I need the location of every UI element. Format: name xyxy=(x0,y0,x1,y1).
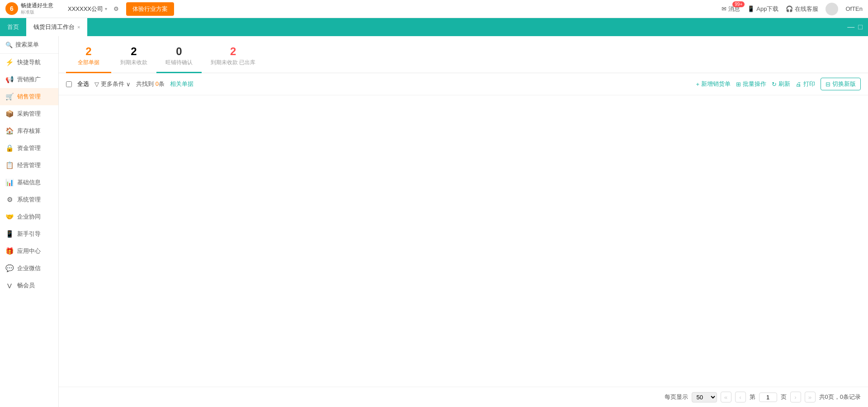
main-content: 2 全部单据 2 到期未收款 0 旺铺待确认 2 到期未收款 已出库 全选 xyxy=(59,36,868,407)
phone-icon: 📱 xyxy=(747,5,755,12)
sidebar-item-label: 应用中心 xyxy=(17,247,41,255)
tab-close-icon[interactable]: × xyxy=(77,24,80,30)
sidebar-item-operations[interactable]: 📋 经营管理 xyxy=(0,157,58,174)
gear-icon: ⚙ xyxy=(5,196,14,204)
stats-label-overdue: 到期未收款 xyxy=(120,59,147,66)
sidebar-item-app-center[interactable]: 🎁 应用中心 xyxy=(0,243,58,260)
company-name: XXXXXX公司 xyxy=(68,5,103,13)
print-button[interactable]: 🖨 打印 xyxy=(796,80,815,88)
last-page-button[interactable]: » xyxy=(805,392,816,402)
select-all-checkbox[interactable] xyxy=(66,81,72,87)
sidebar-item-finance[interactable]: 🔒 资金管理 xyxy=(0,140,58,157)
batch-icon: ⊞ xyxy=(736,81,741,88)
refresh-button[interactable]: ↻ 刷新 xyxy=(772,80,790,88)
sidebar-item-label: 经营管理 xyxy=(17,161,41,169)
add-sales-order-button[interactable]: + 新增销货单 xyxy=(696,80,731,88)
sidebar-item-label: 库存核算 xyxy=(17,127,41,135)
filter-label: 更多条件 xyxy=(101,80,124,88)
handshake-icon: 🤝 xyxy=(5,213,14,221)
stats-label-all: 全部单据 xyxy=(78,59,99,66)
logo-icon: 6 xyxy=(5,2,18,15)
sidebar-item-label: 营销推广 xyxy=(17,75,41,84)
pagination: 每页显示 50 100 « ‹ 第 页 › » 共0页，0条记录 xyxy=(59,387,868,407)
sidebar-item-enterprise-wechat[interactable]: 💬 企业微信 xyxy=(0,260,58,277)
nav-right-buttons: — □ xyxy=(847,23,868,31)
stats-count-all: 2 xyxy=(85,45,91,58)
sidebar-item-label: 系统管理 xyxy=(17,196,41,204)
logo-sub: 标准版 xyxy=(21,9,53,15)
table-area xyxy=(59,95,868,387)
sidebar-item-coop[interactable]: 🤝 企业协同 xyxy=(0,208,58,225)
page-number-input[interactable] xyxy=(759,393,777,402)
headset-icon: 🎧 xyxy=(786,5,793,12)
stats-count-wangpu: 0 xyxy=(176,45,182,58)
sidebar-search[interactable]: 🔍 搜索菜单 xyxy=(0,36,58,54)
toolbar-right: + 新增销货单 ⊞ 批量操作 ↻ 刷新 🖨 打印 ⊟ 切换新版 xyxy=(696,78,861,90)
trial-button[interactable]: 体验行业方案 xyxy=(126,2,174,16)
related-records-button[interactable]: 相关单据 xyxy=(170,80,193,88)
mobile-icon: 📱 xyxy=(5,230,14,238)
lock-icon: 🔒 xyxy=(5,144,14,152)
stats-count-overdue: 2 xyxy=(131,45,137,58)
sidebar-item-label: 企业协同 xyxy=(17,213,41,221)
stats-label-overdue-shipped: 到期未收款 已出库 xyxy=(211,59,255,66)
first-page-button[interactable]: « xyxy=(721,392,731,402)
toolbar-left: 全选 ▽ 更多条件 ∨ 共找到 0条 相关单据 xyxy=(66,80,690,88)
filter-count-text: 共找到 0条 xyxy=(136,80,165,88)
avatar[interactable] xyxy=(826,3,838,15)
page-size-label: 每页显示 xyxy=(665,393,688,401)
batch-operation-button[interactable]: ⊞ 批量操作 xyxy=(736,80,766,88)
company-selector[interactable]: XXXXXX公司 ▾ xyxy=(68,5,107,13)
lightning-icon: ⚡ xyxy=(5,58,14,66)
tab-cashflow[interactable]: 钱货日清工作台 × xyxy=(26,18,87,36)
window-minimize-icon[interactable]: — xyxy=(847,23,854,31)
message-button[interactable]: ✉ 消息 99+ xyxy=(722,5,740,13)
sidebar-item-label: 快捷导航 xyxy=(17,58,41,66)
gear-icon: ⚙ xyxy=(113,5,119,12)
sidebar-item-label: 基础信息 xyxy=(17,178,41,187)
stats-tabs: 2 全部单据 2 到期未收款 0 旺铺待确认 2 到期未收款 已出库 xyxy=(59,36,868,73)
sidebar-item-basic-info[interactable]: 📊 基础信息 xyxy=(0,174,58,191)
sidebar-item-label: 企业微信 xyxy=(17,264,41,272)
box-icon: 📦 xyxy=(5,110,14,118)
page-size-select[interactable]: 50 100 xyxy=(692,392,717,402)
tab-home[interactable]: 首页 xyxy=(0,18,26,36)
sidebar-item-sales[interactable]: 🛒 销售管理 xyxy=(0,88,58,105)
filter-count: 0 xyxy=(156,80,159,87)
sidebar-item-guide[interactable]: 📱 新手引导 xyxy=(0,225,58,243)
logo-area: 6 畅捷通好生意 标准版 xyxy=(5,2,64,15)
select-all-label: 全选 xyxy=(77,80,89,88)
sidebar-item-member[interactable]: V 畅会员 xyxy=(0,277,58,294)
total-records: 共0页，0条记录 xyxy=(819,393,861,401)
filter-button[interactable]: ▽ 更多条件 ∨ xyxy=(94,80,131,88)
plus-icon: + xyxy=(696,81,699,88)
nav-tabs: 首页 钱货日清工作台 × — □ xyxy=(0,18,868,36)
switch-version-button[interactable]: ⊟ 切换新版 xyxy=(821,78,861,90)
stats-tab-all[interactable]: 2 全部单据 xyxy=(66,42,111,73)
message-badge: 99+ xyxy=(732,1,745,7)
vip-icon: V xyxy=(5,281,14,290)
sidebar-item-inventory[interactable]: 🏠 库存核算 xyxy=(0,122,58,140)
sidebar-item-label: 采购管理 xyxy=(17,110,41,118)
app-download-button[interactable]: 📱 App下载 xyxy=(747,5,778,13)
stats-tab-wangpu[interactable]: 0 旺铺待确认 xyxy=(156,42,202,73)
settings-button[interactable]: ⚙ xyxy=(111,4,122,14)
online-service-button[interactable]: 🎧 在线客服 xyxy=(786,5,818,13)
sidebar-item-quick-nav[interactable]: ⚡ 快捷导航 xyxy=(0,54,58,71)
sidebar-item-marketing[interactable]: 📢 营销推广 xyxy=(0,71,58,88)
message-icon: ✉ xyxy=(722,5,726,12)
sidebar-item-system[interactable]: ⚙ 系统管理 xyxy=(0,191,58,208)
app-download-label: App下载 xyxy=(756,5,778,13)
sidebar-item-label: 畅会员 xyxy=(17,281,35,290)
user-name[interactable]: OfTEn xyxy=(845,5,863,12)
stats-tab-overdue[interactable]: 2 到期未收款 xyxy=(111,42,156,73)
toolbar: 全选 ▽ 更多条件 ∨ 共找到 0条 相关单据 + 新增销货单 ⊞ 批 xyxy=(59,73,868,95)
next-page-button[interactable]: › xyxy=(790,392,801,402)
stats-count-overdue-shipped: 2 xyxy=(230,45,236,58)
sidebar-item-purchase[interactable]: 📦 采购管理 xyxy=(0,105,58,122)
stats-label-wangpu: 旺铺待确认 xyxy=(165,59,193,66)
chat-icon: 💬 xyxy=(5,264,14,272)
window-maximize-icon[interactable]: □ xyxy=(858,23,863,31)
stats-tab-overdue-shipped[interactable]: 2 到期未收款 已出库 xyxy=(202,42,264,73)
prev-page-button[interactable]: ‹ xyxy=(735,392,746,402)
